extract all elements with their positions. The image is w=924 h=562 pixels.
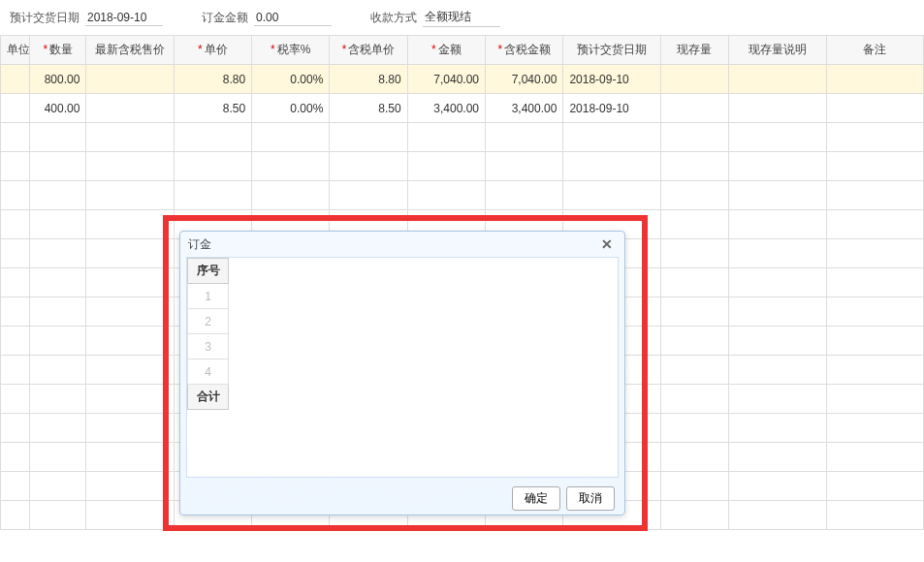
deposit-amount-field: 订金金额 0.00 [202, 10, 332, 26]
col-tax-rate: *税率% [252, 36, 330, 65]
list-item[interactable]: 4 [188, 359, 229, 385]
deposit-amount-value[interactable]: 0.00 [254, 10, 332, 26]
col-stock-desc: 现存量说明 [729, 36, 826, 65]
cancel-button[interactable]: 取消 [566, 486, 615, 511]
list-item[interactable]: 2 [188, 309, 229, 334]
list-item[interactable]: 1 [188, 284, 229, 309]
total-label: 合计 [188, 385, 229, 410]
dialog-titlebar[interactable]: 订金 ✕ [180, 232, 624, 257]
top-form: 预计交货日期 2018-09-10 订金金额 0.00 收款方式 全额现结 [0, 0, 924, 35]
pay-method-value[interactable]: 全额现结 [423, 8, 500, 27]
close-icon[interactable]: ✕ [597, 236, 617, 252]
expected-date-field: 预计交货日期 2018-09-10 [10, 10, 163, 26]
col-price: *单价 [174, 36, 251, 65]
deposit-dialog: 订金 ✕ 序号 1234 合计 确定 取消 [179, 231, 625, 515]
col-latest-tax-price: 最新含税售价 [86, 36, 174, 65]
col-delivery-date: 预计交货日期 [563, 36, 660, 65]
table-row[interactable] [1, 152, 924, 181]
table-row[interactable] [1, 181, 924, 210]
deposit-grid[interactable]: 序号 1234 合计 [187, 258, 229, 410]
dialog-title-text: 订金 [188, 236, 211, 253]
pay-method-field: 收款方式 全额现结 [370, 8, 500, 27]
expected-date-value[interactable]: 2018-09-10 [85, 10, 163, 26]
ok-button[interactable]: 确定 [512, 486, 560, 511]
grid-header: 单位 *数量 最新含税售价 *单价 *税率% *含税单价 *金额 *含税金额 预… [1, 36, 924, 65]
col-amount: *金额 [407, 36, 485, 65]
table-row[interactable] [1, 123, 924, 152]
seq-header: 序号 [188, 259, 229, 284]
table-row[interactable]: 400.008.500.00%8.503,400.003,400.002018-… [1, 94, 924, 123]
dialog-body: 序号 1234 合计 [186, 257, 619, 478]
list-item[interactable]: 3 [188, 334, 229, 359]
col-unit: 单位 [1, 36, 30, 65]
table-row[interactable]: 800.008.800.00%8.807,040.007,040.002018-… [1, 65, 924, 94]
dialog-footer: 确定 取消 [180, 482, 624, 515]
col-qty: *数量 [30, 36, 86, 65]
deposit-amount-label: 订金金额 [202, 10, 248, 26]
expected-date-label: 预计交货日期 [10, 10, 80, 26]
col-note: 备注 [826, 36, 924, 65]
col-tax-amount: *含税金额 [486, 36, 563, 65]
col-tax-price: *含税单价 [330, 36, 407, 65]
pay-method-label: 收款方式 [370, 10, 417, 26]
col-stock: 现存量 [660, 36, 728, 65]
